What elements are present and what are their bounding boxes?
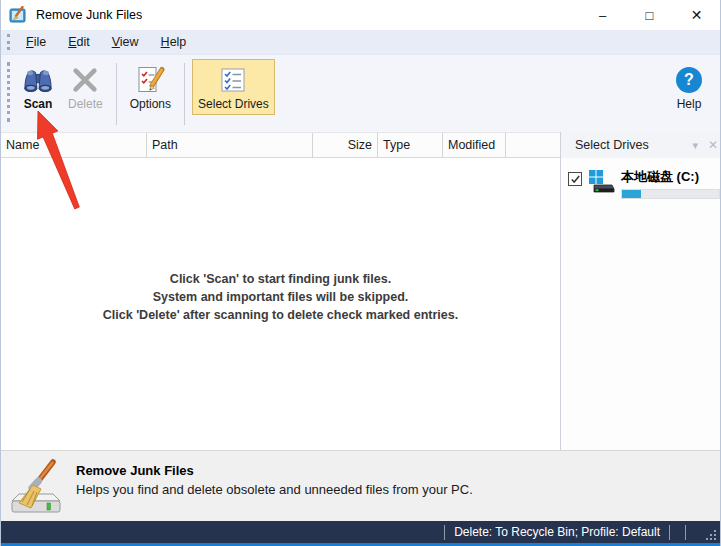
content-area: Name Path Size Type Modified Click 'Scan…: [1, 132, 720, 450]
statusbar-separator: [669, 525, 670, 540]
panel-close-icon[interactable]: ✕: [703, 138, 718, 152]
panel-collapse-icon[interactable]: ▾: [687, 139, 703, 152]
column-header-path[interactable]: Path: [147, 133, 313, 157]
empty-message-line3: Click 'Delete' after scanning to delete …: [1, 306, 560, 324]
drives-panel-header: Select Drives ▾ ✕: [561, 132, 720, 158]
maximize-button[interactable]: □: [626, 0, 673, 30]
column-header-size[interactable]: Size: [313, 133, 378, 157]
resize-grip[interactable]: [686, 521, 720, 543]
help-question-icon: ?: [673, 64, 705, 96]
empty-message-line1: Click 'Scan' to start finding junk files…: [1, 270, 560, 288]
options-button[interactable]: Options: [124, 59, 177, 115]
checkmark-icon: [570, 174, 581, 185]
app-icon: [9, 6, 27, 24]
empty-message-line2: System and important files will be skipp…: [1, 288, 560, 306]
delete-button[interactable]: Delete: [62, 59, 109, 115]
menu-view[interactable]: View: [101, 32, 150, 52]
select-drives-panel: Select Drives ▾ ✕: [560, 132, 720, 450]
title-bar: Remove Junk Files – □ ✕: [1, 0, 720, 30]
help-button[interactable]: ? Help: [667, 59, 711, 115]
select-drives-button-label: Select Drives: [198, 98, 269, 111]
app-window: Remove Junk Files – □ ✕ File Edit View H…: [0, 0, 721, 546]
close-button[interactable]: ✕: [673, 0, 720, 30]
menu-help[interactable]: Help: [150, 32, 198, 52]
drive-usage-fill: [622, 190, 641, 198]
menu-bar: File Edit View Help: [1, 30, 720, 55]
menu-file[interactable]: File: [15, 32, 57, 52]
minimize-button[interactable]: –: [579, 0, 626, 30]
column-header-filler: [506, 133, 560, 157]
column-header-name[interactable]: Name: [1, 133, 147, 157]
help-button-label: Help: [677, 98, 702, 111]
statusbar-message: Delete: To Recycle Bin; Profile: Default: [445, 525, 669, 539]
scan-button-label: Scan: [24, 98, 53, 111]
toolbar: Scan Delete: [1, 55, 720, 132]
info-description: Helps you find and delete obsolete and u…: [76, 482, 473, 497]
checklist-icon: [217, 64, 249, 96]
delete-x-icon: [69, 64, 101, 96]
list-column-headers: Name Path Size Type Modified: [1, 132, 560, 158]
options-page-pencil-icon: [134, 64, 166, 96]
scan-button[interactable]: Scan: [16, 59, 60, 115]
toolbar-grip-handle[interactable]: [7, 62, 10, 122]
window-controls: – □ ✕: [579, 0, 720, 30]
binoculars-icon: [22, 64, 54, 96]
drives-panel-title: Select Drives: [575, 138, 649, 152]
info-text-block: Remove Junk Files Helps you find and del…: [76, 463, 473, 516]
menu-edit[interactable]: Edit: [57, 32, 101, 52]
drive-usage-bar: [621, 189, 720, 199]
drive-list-item[interactable]: 本地磁盘 (C:): [561, 158, 720, 199]
status-bar: Delete: To Recycle Bin; Profile: Default: [1, 521, 720, 543]
drive-broom-icon: [11, 458, 63, 516]
column-header-modified[interactable]: Modified: [443, 133, 506, 157]
info-title: Remove Junk Files: [76, 463, 473, 478]
about-info-panel: Remove Junk Files Helps you find and del…: [1, 450, 720, 521]
toolbar-separator: [116, 63, 117, 125]
results-list: Name Path Size Type Modified Click 'Scan…: [1, 132, 560, 450]
drive-name-label: 本地磁盘 (C:): [621, 168, 720, 186]
empty-state-message: Click 'Scan' to start finding junk files…: [1, 270, 560, 324]
delete-button-label: Delete: [68, 98, 103, 111]
list-body: Click 'Scan' to start finding junk files…: [1, 158, 560, 450]
menubar-grip-handle[interactable]: [7, 34, 10, 50]
drive-info: 本地磁盘 (C:): [621, 168, 720, 199]
drive-checkbox[interactable]: [568, 172, 582, 186]
window-title: Remove Junk Files: [36, 8, 142, 22]
toolbar-separator: [184, 63, 185, 125]
select-drives-button[interactable]: Select Drives: [192, 59, 275, 115]
column-header-type[interactable]: Type: [378, 133, 443, 157]
options-button-label: Options: [130, 98, 171, 111]
windows-drive-icon: [588, 169, 615, 195]
